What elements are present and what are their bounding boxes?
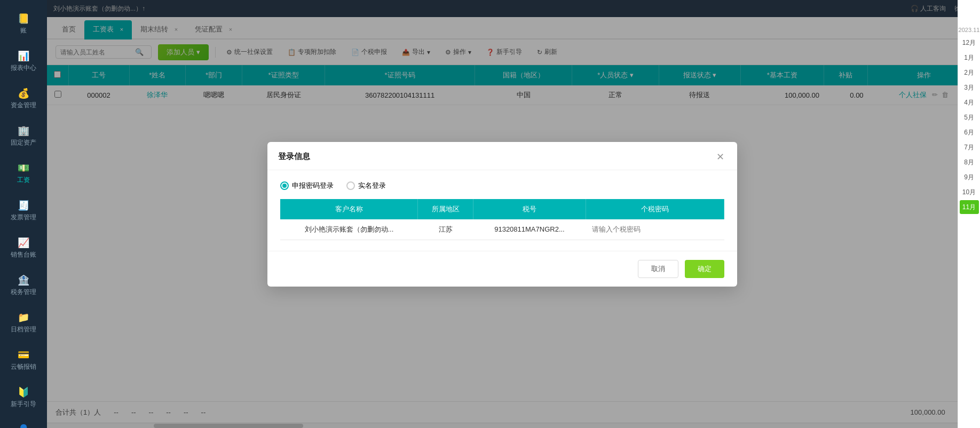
inner-col-region: 所属地区 — [418, 199, 473, 219]
radio-unchecked-circle — [346, 181, 355, 190]
calendar-dec[interactable]: 12月 — [960, 36, 979, 50]
radio-password-login[interactable]: 申报密码登录 — [280, 181, 334, 191]
tax-icon: 🏦 — [0, 274, 47, 286]
inner-col-name: 客户名称 — [280, 199, 418, 219]
fixed-icon: 🏢 — [0, 125, 47, 137]
inner-col-password: 个税密码 — [586, 199, 724, 219]
password-field[interactable] — [592, 225, 717, 233]
login-row-password-input[interactable] — [586, 219, 724, 240]
invoice-icon: 🧾 — [0, 200, 47, 211]
file-icon: 📁 — [0, 312, 47, 323]
sidebar-item-sales[interactable]: 📈 销售台账 — [0, 229, 47, 267]
modal-overlay: 登录信息 ✕ 申报密码登录 实名登录 — [47, 0, 958, 428]
modal-body: 申报密码登录 实名登录 客户名称 所属地区 税号 个税密码 — [267, 170, 737, 251]
sidebar-item-file[interactable]: 📁 日档管理 — [0, 304, 47, 342]
login-table-row: 刘小艳演示账套（勿删勿动... 江苏 91320811MA7NGR2... — [280, 219, 724, 240]
calendar-jul[interactable]: 7月 — [960, 140, 979, 154]
guide-icon: 🔰 — [0, 386, 47, 398]
modal-footer: 取消 确定 — [267, 251, 737, 287]
member-icon: 👤 — [0, 424, 47, 428]
cancel-button[interactable]: 取消 — [638, 260, 678, 278]
sidebar-item-expense[interactable]: 💳 云畅报销 — [0, 342, 47, 379]
calendar-oct[interactable]: 10月 — [960, 185, 979, 199]
sidebar-item-fund[interactable]: 💰 资金管理 — [0, 80, 47, 117]
modal-close-button[interactable]: ✕ — [714, 150, 726, 163]
sidebar-item-tax[interactable]: 🏦 税务管理 — [0, 267, 47, 304]
sales-icon: 📈 — [0, 237, 47, 249]
sidebar-item-guide[interactable]: 🔰 新手引导 — [0, 379, 47, 416]
sidebar-item-member[interactable]: 👤 会员 — [0, 416, 47, 428]
modal-header: 登录信息 ✕ — [267, 142, 737, 170]
report-icon: 📊 — [0, 50, 47, 62]
expense-icon: 💳 — [0, 349, 47, 361]
calendar-jan[interactable]: 1月 — [960, 51, 979, 65]
sidebar-item-fixed[interactable]: 🏢 固定资产 — [0, 117, 47, 155]
sidebar-item-account[interactable]: 📒 账 — [0, 5, 47, 43]
calendar-strip: 2023.11 12月 1月 2月 3月 4月 5月 6月 7月 8月 9月 1… — [958, 0, 980, 428]
confirm-button[interactable]: 确定 — [685, 260, 724, 278]
radio-realname-login[interactable]: 实名登录 — [346, 181, 386, 191]
login-modal: 登录信息 ✕ 申报密码登录 实名登录 — [267, 142, 737, 287]
calendar-jun[interactable]: 6月 — [960, 125, 979, 139]
sidebar: 📒 账 📊 报表中心 💰 资金管理 🏢 固定资产 💵 工资 🧾 发票管理 📈 销… — [0, 0, 47, 428]
sidebar-item-salary[interactable]: 💵 工资 — [0, 155, 47, 192]
radio-group: 申报密码登录 实名登录 — [280, 181, 724, 191]
sidebar-item-report[interactable]: 📊 报表中心 — [0, 43, 47, 80]
sidebar-item-invoice[interactable]: 🧾 发票管理 — [0, 192, 47, 229]
modal-title: 登录信息 — [278, 152, 310, 162]
calendar-aug[interactable]: 8月 — [960, 155, 979, 169]
login-table: 客户名称 所属地区 税号 个税密码 刘小艳演示账套（勿删勿动... 江苏 913… — [280, 199, 724, 240]
salary-icon: 💵 — [0, 162, 47, 174]
calendar-mar[interactable]: 3月 — [960, 81, 979, 94]
radio-checked-circle — [280, 181, 289, 190]
calendar-apr[interactable]: 4月 — [960, 96, 979, 109]
calendar-year: 2023.11 — [959, 27, 980, 33]
calendar-feb[interactable]: 2月 — [960, 66, 979, 80]
inner-col-taxno: 税号 — [473, 199, 586, 219]
login-row-taxno: 91320811MA7NGR2... — [473, 219, 586, 240]
login-row-name: 刘小艳演示账套（勿删勿动... — [280, 219, 418, 240]
login-row-region: 江苏 — [418, 219, 473, 240]
radio-dot — [282, 184, 287, 188]
calendar-may[interactable]: 5月 — [960, 110, 979, 124]
calendar-nov[interactable]: 11月 — [960, 200, 979, 214]
fund-icon: 💰 — [0, 88, 47, 99]
calendar-sep[interactable]: 9月 — [960, 170, 979, 184]
account-icon: 📒 — [0, 13, 47, 25]
